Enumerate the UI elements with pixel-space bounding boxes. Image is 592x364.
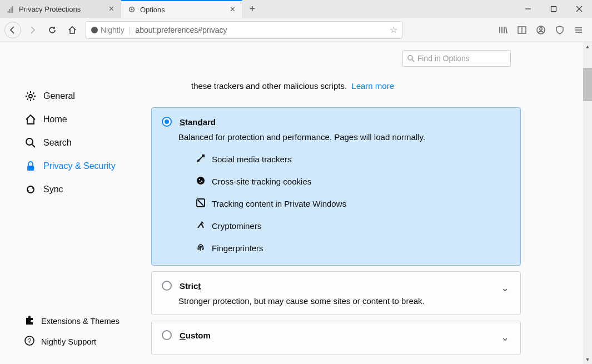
tracker-fingerprint: Fingerprinters <box>196 243 510 253</box>
intro-text: these trackers and other malicious scrip… <box>151 81 521 91</box>
svg-rect-1 <box>9 9 10 13</box>
scroll-up-icon[interactable]: ▲ <box>583 42 592 51</box>
sidebar-item-home[interactable]: Home <box>22 108 133 131</box>
svg-rect-3 <box>12 6 13 13</box>
fingerprint-icon <box>196 243 206 253</box>
minimize-button[interactable] <box>515 0 541 18</box>
sidebar-icon[interactable] <box>513 21 531 39</box>
tracker-list: Social media trackers Cross-site trackin… <box>196 154 510 253</box>
svg-point-27 <box>197 177 205 185</box>
help-icon: ? <box>24 336 34 347</box>
sync-icon <box>24 183 37 196</box>
forward-button[interactable] <box>23 21 41 39</box>
panel-title: Custom <box>180 331 211 340</box>
sidebar-item-label: Extensions & Themes <box>41 317 120 326</box>
reload-button[interactable] <box>43 21 61 39</box>
sidebar-extensions[interactable]: Extensions & Themes <box>22 311 139 331</box>
new-tab-button[interactable]: + <box>242 0 262 18</box>
svg-point-5 <box>131 8 133 11</box>
sidebar-item-general[interactable]: General <box>22 84 133 108</box>
gear-icon <box>24 90 37 102</box>
content-icon <box>196 198 206 208</box>
crypto-icon <box>196 221 206 231</box>
svg-point-20 <box>29 94 32 98</box>
tab-label: Privacy Protections <box>19 5 81 13</box>
svg-point-10 <box>91 27 98 33</box>
learn-more-link[interactable]: Learn more <box>351 81 394 91</box>
radio-custom[interactable] <box>162 330 172 340</box>
tracker-cookies: Cross-site tracking cookies <box>196 176 510 186</box>
sidebar-item-label: Privacy & Security <box>43 161 116 171</box>
svg-point-29 <box>201 181 202 182</box>
home-button[interactable] <box>63 21 81 39</box>
sidebar-item-label: Nightly Support <box>41 337 96 346</box>
tab-options[interactable]: Options × <box>121 0 242 18</box>
maximize-button[interactable] <box>541 0 566 18</box>
sidebar-item-label: Sync <box>43 185 63 195</box>
close-button[interactable] <box>566 0 592 18</box>
tracker-crypto: Cryptominers <box>196 221 510 231</box>
radio-strict[interactable] <box>162 281 172 291</box>
sidebar-support[interactable]: ? Nightly Support <box>22 331 139 352</box>
firefox-icon <box>91 26 98 34</box>
search-icon <box>407 55 414 62</box>
puzzle-icon <box>24 315 34 327</box>
radio-standard[interactable] <box>162 117 172 127</box>
protections-icon[interactable] <box>551 21 569 39</box>
identity-box[interactable]: Nightly <box>91 26 125 34</box>
back-button[interactable] <box>4 22 21 38</box>
lock-icon <box>24 160 37 172</box>
tracker-content: Tracking content in Private Windows <box>196 198 510 208</box>
tab-privacy-protections[interactable]: Privacy Protections × <box>0 0 121 18</box>
svg-point-14 <box>540 27 543 30</box>
svg-point-30 <box>200 182 201 183</box>
chevron-down-icon[interactable]: ⌄ <box>501 331 509 343</box>
protection-panel-strict[interactable]: Strict ⌄ Stronger protection, but may ca… <box>151 271 521 315</box>
panel-title: Standard <box>180 117 216 127</box>
preferences-main: these trackers and other malicious scrip… <box>151 81 521 361</box>
sidebar-item-label: General <box>43 91 75 101</box>
tab-label: Options <box>140 6 165 14</box>
brand-label: Nightly <box>101 26 125 34</box>
gear-icon <box>128 6 136 13</box>
panel-desc: Balanced for protection and performance.… <box>178 132 510 142</box>
svg-point-28 <box>199 179 200 180</box>
sidebar-item-search[interactable]: Search <box>22 131 133 154</box>
tracker-social: Social media trackers <box>196 154 510 164</box>
svg-line-19 <box>412 59 414 62</box>
url-bar[interactable]: Nightly | about:preferences#privacy ☆ <box>86 21 402 39</box>
shield-icon <box>7 5 14 13</box>
panel-desc: Stronger protection, but may cause some … <box>178 296 510 306</box>
account-icon[interactable] <box>532 21 550 39</box>
svg-rect-7 <box>551 7 556 12</box>
library-icon[interactable] <box>494 21 512 39</box>
toolbar: Nightly | about:preferences#privacy ☆ <box>0 18 592 42</box>
social-icon <box>196 154 206 164</box>
preferences-sidebar: General Home Search Privacy & Security S… <box>22 84 133 201</box>
sidebar-item-sync[interactable]: Sync <box>22 178 133 201</box>
svg-point-18 <box>408 56 412 60</box>
protection-panel-standard[interactable]: Standard Balanced for protection and per… <box>151 107 521 266</box>
home-icon <box>24 113 37 126</box>
bookmark-star-icon[interactable]: ☆ <box>390 24 397 35</box>
svg-text:?: ? <box>28 337 31 344</box>
search-input[interactable] <box>417 54 506 63</box>
sidebar-item-label: Home <box>43 114 67 124</box>
protection-panel-custom[interactable]: Custom ⌄ <box>151 321 521 355</box>
sidebar-bottom: Extensions & Themes ? Nightly Support <box>22 311 139 352</box>
menu-icon[interactable] <box>570 21 588 39</box>
panel-title: Strict <box>180 281 201 291</box>
scrollbar[interactable]: ▲ ▼ <box>583 42 592 364</box>
svg-point-26 <box>197 159 200 162</box>
scrollbar-thumb[interactable] <box>583 68 592 101</box>
sidebar-item-privacy[interactable]: Privacy & Security <box>22 154 133 178</box>
preferences-content: General Home Search Privacy & Security S… <box>0 42 583 364</box>
close-icon[interactable]: × <box>230 4 235 14</box>
sidebar-item-label: Search <box>43 138 72 148</box>
find-in-options[interactable] <box>402 50 511 67</box>
svg-rect-2 <box>11 7 12 13</box>
titlebar: Privacy Protections × Options × + <box>0 0 592 18</box>
chevron-down-icon[interactable]: ⌄ <box>501 282 509 294</box>
close-icon[interactable]: × <box>109 4 114 14</box>
scroll-down-icon[interactable]: ▼ <box>583 355 592 364</box>
